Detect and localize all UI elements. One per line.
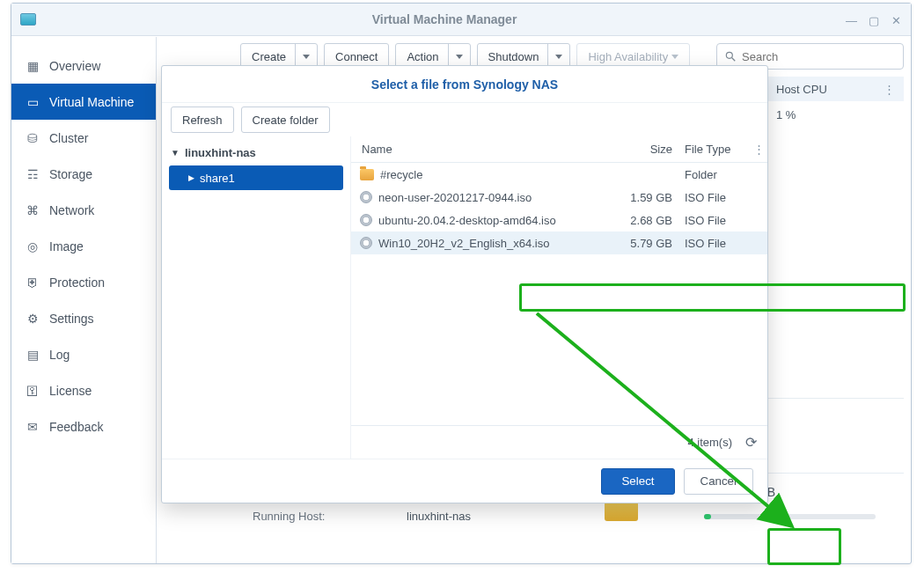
- cluster-icon: ⛁: [25, 130, 40, 146]
- close-icon[interactable]: ✕: [891, 14, 902, 25]
- disc-icon: [360, 214, 372, 226]
- gear-icon: ⚙: [25, 311, 40, 327]
- disc-icon: [360, 191, 372, 203]
- file-size: 1.59 GB: [616, 191, 681, 204]
- tree-root[interactable]: ▼linuxhint-nas: [169, 141, 343, 164]
- overview-icon: ▦: [25, 58, 40, 74]
- chevron-down-icon: [303, 55, 310, 59]
- col-size[interactable]: Size: [616, 143, 681, 156]
- file-row[interactable]: ubuntu-20.04.2-desktop-amd64.iso2.68 GBI…: [351, 209, 767, 231]
- file-name: #recycle: [380, 168, 422, 181]
- log-icon: ▤: [25, 347, 40, 363]
- key-icon: ⚿: [25, 383, 40, 399]
- file-type: Folder: [681, 168, 753, 181]
- maximize-icon[interactable]: ▢: [869, 14, 879, 25]
- file-type: ISO File: [681, 237, 753, 250]
- dialog-title: Select a file from Synology NAS: [162, 66, 767, 103]
- col-type[interactable]: File Type: [681, 143, 753, 156]
- sidebar-item-network[interactable]: ⌘Network: [11, 192, 156, 228]
- cancel-button[interactable]: Cancel: [684, 468, 754, 495]
- feedback-icon: ✉: [25, 419, 40, 435]
- create-folder-button[interactable]: Create folder: [241, 107, 330, 133]
- svg-line-1: [732, 58, 736, 62]
- file-name: ubuntu-20.04.2-desktop-amd64.iso: [378, 214, 556, 227]
- sidebar-item-license[interactable]: ⚿License: [11, 372, 156, 408]
- image-icon: ◎: [25, 239, 40, 254]
- file-size: 5.79 GB: [616, 237, 681, 250]
- sidebar-item-image[interactable]: ◎Image: [11, 228, 156, 264]
- file-picker-dialog: Select a file from Synology NAS Refresh …: [161, 65, 768, 503]
- running-host-value: linuxhint-nas: [407, 510, 471, 523]
- protection-icon: ⛨: [25, 275, 40, 290]
- disc-icon: [360, 237, 372, 249]
- chevron-down-icon: [555, 55, 562, 59]
- sidebar: ▦Overview ▭Virtual Machine ⛁Cluster ☶Sto…: [11, 37, 157, 563]
- host-cpu-label: Host CPU: [776, 83, 827, 96]
- vm-icon: ▭: [25, 94, 40, 110]
- titlebar[interactable]: Virtual Machine Manager — ▢ ✕: [11, 4, 911, 36]
- sidebar-item-feedback[interactable]: ✉Feedback: [11, 408, 156, 444]
- file-type: ISO File: [681, 191, 753, 204]
- search-input[interactable]: [742, 50, 896, 63]
- chevron-down-icon: [671, 55, 678, 59]
- sidebar-item-storage[interactable]: ☶Storage: [11, 156, 156, 192]
- col-name[interactable]: Name: [351, 143, 616, 156]
- folder-tree: ▼linuxhint-nas ▶share1: [162, 136, 351, 459]
- sidebar-item-protection[interactable]: ⛨Protection: [11, 264, 156, 300]
- chevron-right-icon: ▶: [188, 173, 194, 182]
- sidebar-item-overview[interactable]: ▦Overview: [11, 48, 156, 84]
- storage-icon: ☶: [25, 166, 40, 182]
- host-cpu-value: 1 %: [767, 101, 904, 128]
- window-title: Virtual Machine Manager: [43, 12, 846, 26]
- refresh-icon[interactable]: ⟳: [745, 434, 757, 451]
- item-count: 4 item(s): [687, 436, 732, 449]
- chip-icon: [605, 502, 638, 521]
- svg-point-0: [726, 52, 732, 58]
- minimize-icon[interactable]: —: [846, 14, 856, 25]
- file-row[interactable]: Win10_20H2_v2_English_x64.iso5.79 GBISO …: [351, 231, 767, 254]
- file-row[interactable]: #recycleFolder: [351, 163, 767, 186]
- memory-bar: [704, 514, 876, 519]
- file-size: 2.68 GB: [616, 214, 681, 227]
- host-cpu-panel: Host CPU⋮ 1 %: [767, 77, 904, 128]
- search-icon: [724, 50, 737, 62]
- file-type: ISO File: [681, 214, 753, 227]
- folder-icon: [360, 169, 374, 180]
- refresh-button[interactable]: Refresh: [171, 107, 234, 133]
- file-name: Win10_20H2_v2_English_x64.iso: [378, 237, 549, 250]
- file-list-header: Name Size File Type ⋮: [351, 136, 767, 163]
- sidebar-item-settings[interactable]: ⚙Settings: [11, 300, 156, 336]
- kebab-icon[interactable]: ⋮: [753, 143, 767, 156]
- app-icon: [20, 13, 36, 26]
- select-button[interactable]: Select: [601, 468, 674, 495]
- sidebar-item-cluster[interactable]: ⛁Cluster: [11, 120, 156, 156]
- sidebar-item-virtual-machine[interactable]: ▭Virtual Machine: [11, 84, 156, 120]
- file-row[interactable]: neon-user-20201217-0944.iso1.59 GBISO Fi…: [351, 186, 767, 209]
- kebab-icon[interactable]: ⋮: [884, 83, 895, 96]
- network-icon: ⌘: [25, 202, 40, 218]
- sidebar-item-log[interactable]: ▤Log: [11, 336, 156, 372]
- tree-item-share1[interactable]: ▶share1: [169, 165, 343, 190]
- chevron-down-icon: ▼: [171, 148, 180, 158]
- file-name: neon-user-20201217-0944.iso: [378, 191, 532, 204]
- running-host-label: Running Host:: [253, 510, 407, 523]
- chevron-down-icon: [456, 55, 463, 59]
